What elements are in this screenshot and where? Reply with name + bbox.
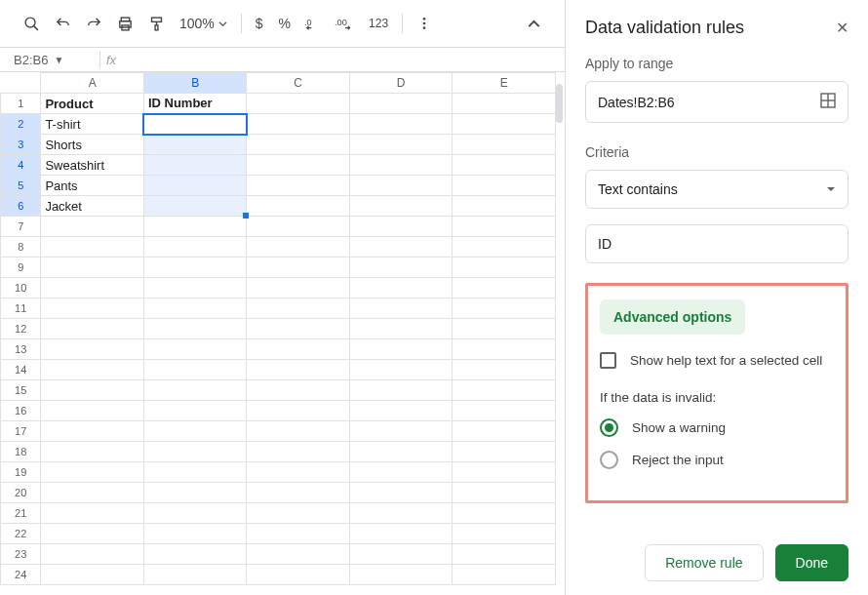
cell[interactable]: Product	[41, 94, 144, 114]
cell[interactable]	[143, 155, 247, 176]
row-header[interactable]: 7	[1, 217, 41, 237]
cell[interactable]	[453, 278, 556, 298]
cell[interactable]	[41, 278, 144, 298]
cell[interactable]	[41, 298, 144, 319]
cell[interactable]	[143, 442, 247, 462]
cell[interactable]	[349, 94, 453, 114]
print-icon[interactable]	[111, 10, 138, 37]
cell[interactable]	[247, 176, 350, 196]
cell[interactable]	[247, 524, 350, 544]
cell[interactable]	[143, 380, 247, 401]
cell[interactable]	[349, 503, 453, 524]
cell[interactable]	[349, 217, 453, 237]
cell[interactable]	[349, 421, 453, 442]
cell[interactable]: Jacket	[41, 196, 144, 217]
cell[interactable]	[349, 135, 453, 155]
cell[interactable]	[41, 565, 144, 585]
row-header[interactable]: 13	[1, 339, 41, 360]
cell[interactable]	[453, 217, 556, 237]
row-header[interactable]: 16	[1, 401, 41, 421]
cell[interactable]	[247, 483, 350, 503]
search-icon[interactable]	[18, 10, 45, 37]
cell[interactable]	[247, 237, 350, 258]
name-box[interactable]: B2:B6 ▼	[0, 53, 94, 67]
radio-show-warning[interactable]: Show a warning	[600, 418, 834, 437]
cell[interactable]	[247, 258, 350, 278]
cell[interactable]	[453, 94, 556, 114]
cell[interactable]	[143, 483, 247, 503]
cell[interactable]	[349, 565, 453, 585]
number-format-button[interactable]: 123	[363, 17, 394, 30]
radio-reject-input[interactable]: Reject the input	[600, 451, 834, 469]
row-header[interactable]: 15	[1, 380, 41, 401]
cell[interactable]	[453, 380, 556, 401]
cell[interactable]	[41, 462, 144, 483]
cell[interactable]	[247, 462, 350, 483]
cell[interactable]	[349, 339, 453, 360]
cell[interactable]	[349, 360, 453, 380]
cell[interactable]	[453, 421, 556, 442]
cell[interactable]	[41, 442, 144, 462]
row-header[interactable]: 12	[1, 319, 41, 339]
criteria-dropdown[interactable]: Text contains	[585, 170, 848, 209]
cell[interactable]	[143, 176, 247, 196]
cell[interactable]	[247, 319, 350, 339]
cell[interactable]	[349, 462, 453, 483]
cell[interactable]: ID Number	[143, 94, 247, 114]
cell[interactable]	[41, 258, 144, 278]
cell[interactable]	[349, 176, 453, 196]
cell[interactable]	[143, 462, 247, 483]
cell[interactable]	[349, 319, 453, 339]
cell[interactable]	[349, 155, 453, 176]
cell[interactable]	[41, 339, 144, 360]
cell[interactable]	[41, 524, 144, 544]
cell[interactable]	[247, 278, 350, 298]
cell[interactable]	[453, 339, 556, 360]
advanced-options-button[interactable]: Advanced options	[600, 299, 745, 335]
cell[interactable]	[453, 155, 556, 176]
show-help-text-checkbox-row[interactable]: Show help text for a selected cell	[600, 352, 834, 369]
row-header[interactable]: 11	[1, 298, 41, 319]
cell[interactable]	[143, 217, 247, 237]
checkbox-icon[interactable]	[600, 352, 616, 369]
cell[interactable]: Pants	[41, 176, 144, 196]
cell[interactable]	[247, 94, 350, 114]
zoom-dropdown[interactable]: 100%	[174, 16, 233, 31]
cell[interactable]	[453, 483, 556, 503]
cell[interactable]	[349, 237, 453, 258]
cell[interactable]	[143, 298, 247, 319]
apply-range-input[interactable]: Dates!B2:B6	[585, 81, 848, 123]
cell[interactable]	[143, 237, 247, 258]
vertical-scrollbar[interactable]	[556, 84, 563, 123]
cell[interactable]	[453, 237, 556, 258]
cell[interactable]	[247, 217, 350, 237]
cell[interactable]	[143, 524, 247, 544]
cell[interactable]	[41, 483, 144, 503]
percent-icon[interactable]: %	[273, 16, 296, 31]
cell[interactable]	[247, 114, 350, 135]
close-icon[interactable]: ✕	[836, 19, 848, 37]
row-header[interactable]: 21	[1, 503, 41, 524]
row-header[interactable]: 3	[1, 135, 41, 155]
row-header[interactable]: 23	[1, 544, 41, 565]
cell[interactable]	[41, 217, 144, 237]
row-header[interactable]: 24	[1, 565, 41, 585]
cell[interactable]	[41, 503, 144, 524]
cell[interactable]	[247, 442, 350, 462]
row-header[interactable]: 8	[1, 237, 41, 258]
cell[interactable]: T-shirt	[41, 114, 144, 135]
radio-unchecked-icon[interactable]	[600, 451, 618, 469]
column-header[interactable]: B	[143, 73, 247, 94]
redo-icon[interactable]	[80, 10, 107, 37]
row-header[interactable]: 9	[1, 258, 41, 278]
cell[interactable]	[349, 524, 453, 544]
row-header[interactable]: 20	[1, 483, 41, 503]
more-menu-icon[interactable]	[411, 10, 438, 37]
cell[interactable]	[453, 319, 556, 339]
cell[interactable]	[349, 258, 453, 278]
cell[interactable]	[143, 278, 247, 298]
row-header[interactable]: 10	[1, 278, 41, 298]
column-header[interactable]: D	[349, 73, 453, 94]
cell[interactable]	[349, 114, 453, 135]
cell[interactable]	[143, 360, 247, 380]
